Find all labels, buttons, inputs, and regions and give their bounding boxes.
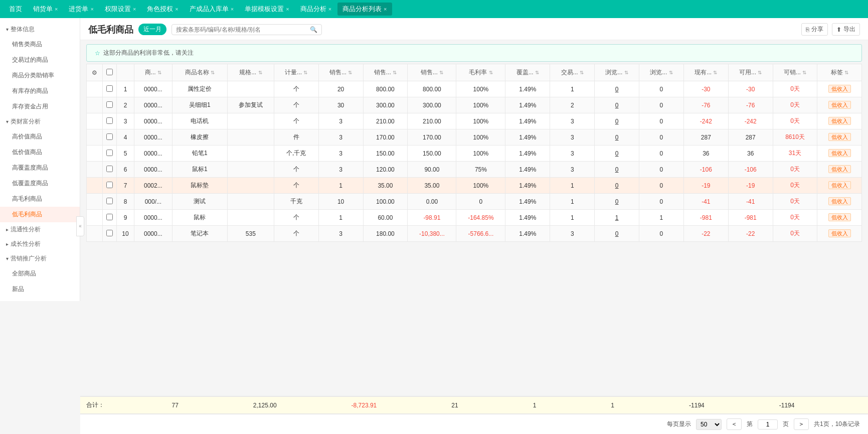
page-number-input[interactable] xyxy=(758,419,778,429)
th-saleable[interactable]: 可销... ⇅ xyxy=(773,64,817,81)
sidebar-item-capital[interactable]: 库存资金占用 xyxy=(0,99,80,114)
th-code[interactable]: 商... ⇅ xyxy=(134,64,172,81)
cell-coverage: 1.49% xyxy=(505,194,550,210)
row-checkbox[interactable] xyxy=(106,214,113,220)
sidebar-item-traded-goods[interactable]: 交易过的商品 xyxy=(0,52,80,68)
cell-view1[interactable]: 0 xyxy=(595,226,639,242)
nav-sales[interactable]: 销货单 × xyxy=(28,3,63,16)
export-button[interactable]: ⬆ 导出 xyxy=(832,23,860,36)
cell-view1[interactable]: 0 xyxy=(595,129,639,146)
table-row: 4 0000... 橡皮擦 件 3 170.00 170.00 100% 1.4… xyxy=(87,129,862,146)
cell-view1[interactable]: 0 xyxy=(595,178,639,194)
th-sales-amount[interactable]: 销售... ⇅ xyxy=(408,64,456,81)
sidebar-item-sales-goods[interactable]: 销售类商品 xyxy=(0,37,80,52)
row-checkbox[interactable] xyxy=(106,182,113,188)
close-icon[interactable]: × xyxy=(384,6,387,12)
nav-purchase[interactable]: 进货单 × xyxy=(64,3,98,16)
th-available[interactable]: 可用... ⇅ xyxy=(728,64,773,81)
sidebar-item-new-goods[interactable]: 新品 xyxy=(0,281,80,297)
cell-trade: 3 xyxy=(550,146,595,162)
search-input[interactable] xyxy=(176,26,308,33)
next-page-button[interactable]: ＞ xyxy=(794,418,809,430)
th-sales-price[interactable]: 销售... ⇅ xyxy=(363,64,408,81)
row-checkbox[interactable] xyxy=(106,230,113,236)
cell-code: 0000... xyxy=(134,226,172,242)
totals-label: 合计： xyxy=(86,401,104,409)
date-filter-button[interactable]: 近一月 xyxy=(138,24,166,35)
row-checkbox[interactable] xyxy=(106,150,113,156)
close-icon[interactable]: × xyxy=(328,6,331,12)
close-icon[interactable]: × xyxy=(55,6,58,12)
sidebar-group-liquidity[interactable]: ▸ 流通性分析 xyxy=(0,222,80,237)
nav-analysis-list[interactable]: 商品分析列表 × xyxy=(337,3,392,16)
totals-bar: 合计： 77 2,125.00 -8,723.91 21 1 1 -1194 -… xyxy=(80,396,868,414)
prev-page-button[interactable]: ＜ xyxy=(727,418,742,430)
cell-tag: 低收入 xyxy=(817,113,862,129)
sidebar-item-in-stock[interactable]: 有库存的商品 xyxy=(0,83,80,99)
th-unit[interactable]: 计量... ⇅ xyxy=(274,64,318,81)
cell-unit: 个 xyxy=(274,113,318,129)
total-available: -1194 xyxy=(779,402,795,409)
cell-trade: 3 xyxy=(550,113,595,129)
row-checkbox[interactable] xyxy=(106,198,113,204)
page-size-select[interactable]: 50 100 200 xyxy=(696,419,722,430)
sidebar-item-low-coverage[interactable]: 低覆盖度商品 xyxy=(0,176,80,191)
th-view2[interactable]: 浏览... ⇅ xyxy=(639,64,684,81)
th-view1[interactable]: 浏览... ⇅ xyxy=(595,64,639,81)
sidebar-item-high-coverage[interactable]: 高覆盖度商品 xyxy=(0,160,80,176)
nav-home[interactable]: 首页 xyxy=(4,3,27,16)
nav-roles[interactable]: 角色授权 × xyxy=(142,3,183,16)
nav-products[interactable]: 产成品入库单 × xyxy=(185,3,239,16)
row-checkbox[interactable] xyxy=(106,133,113,140)
cell-coverage: 1.49% xyxy=(505,226,550,242)
close-icon[interactable]: × xyxy=(286,6,289,12)
search-icon[interactable]: 🔍 xyxy=(310,26,317,33)
row-checkbox[interactable] xyxy=(106,166,113,172)
row-checkbox[interactable] xyxy=(106,117,113,124)
th-coverage[interactable]: 覆盖... ⇅ xyxy=(505,64,550,81)
nav-permissions[interactable]: 权限设置 × xyxy=(100,3,141,16)
cell-view1[interactable]: 0 xyxy=(595,162,639,178)
close-icon[interactable]: × xyxy=(90,6,93,12)
sidebar-item-high-margin[interactable]: 高毛利商品 xyxy=(0,191,80,207)
cell-view1[interactable]: 0 xyxy=(595,97,639,113)
sidebar-item-low-value[interactable]: 低价值商品 xyxy=(0,144,80,160)
cell-view1[interactable]: 0 xyxy=(595,194,639,210)
th-tag[interactable]: 标签 ⇅ xyxy=(817,64,862,81)
cell-view1[interactable]: 0 xyxy=(595,113,639,129)
share-icon: ⎘ xyxy=(806,26,809,33)
sidebar-item-low-margin[interactable]: 低毛利商品 xyxy=(0,207,80,222)
th-spec[interactable]: 规格... ⇅ xyxy=(227,64,274,81)
sidebar-group-growth[interactable]: ▸ 成长性分析 xyxy=(0,237,80,251)
sidebar-item-all-goods[interactable]: 全部商品 xyxy=(0,266,80,281)
nav-templates[interactable]: 单据模板设置 × xyxy=(240,3,294,16)
th-name[interactable]: 商品名称 ⇅ xyxy=(172,64,227,81)
share-button[interactable]: ⎘ 分享 xyxy=(801,23,828,36)
sidebar-item-category-rate[interactable]: 商品分类助销率 xyxy=(0,68,80,83)
th-sales-qty[interactable]: 销售... ⇅ xyxy=(318,64,363,81)
th-settings[interactable]: ⚙ xyxy=(87,64,103,81)
cell-view1[interactable]: 1 xyxy=(595,210,639,226)
nav-analysis[interactable]: 商品分析 × xyxy=(295,3,336,16)
cell-view1[interactable]: 0 xyxy=(595,146,639,162)
collapse-sidebar-button[interactable]: « xyxy=(76,216,84,236)
sidebar-group-marketing[interactable]: ▾ 营销推广分析 xyxy=(0,251,80,266)
cell-view2: 0 xyxy=(639,129,684,146)
close-icon[interactable]: × xyxy=(175,6,178,12)
row-checkbox[interactable] xyxy=(106,85,113,92)
cell-view1[interactable]: 0 xyxy=(595,81,639,97)
info-icon: ☆ xyxy=(95,50,100,57)
sidebar-item-high-value[interactable]: 高价值商品 xyxy=(0,129,80,144)
close-icon[interactable]: × xyxy=(231,6,234,12)
sidebar-group-wealth[interactable]: ▾ 类财富分析 xyxy=(0,114,80,129)
th-gross-rate[interactable]: 毛利率 ⇅ xyxy=(456,64,505,81)
th-stock-now[interactable]: 现有... ⇅ xyxy=(683,64,728,81)
cell-sales-amount: 210.00 xyxy=(408,113,456,129)
row-checkbox[interactable] xyxy=(106,101,113,108)
close-icon[interactable]: × xyxy=(133,6,136,12)
cell-unit: 个,千克 xyxy=(274,146,318,162)
th-trade[interactable]: 交易... ⇅ xyxy=(550,64,595,81)
select-all-checkbox[interactable] xyxy=(106,69,113,75)
cell-tag: 低收入 xyxy=(817,129,862,146)
sidebar-group-overview[interactable]: ▾ 整体信息 xyxy=(0,22,80,37)
